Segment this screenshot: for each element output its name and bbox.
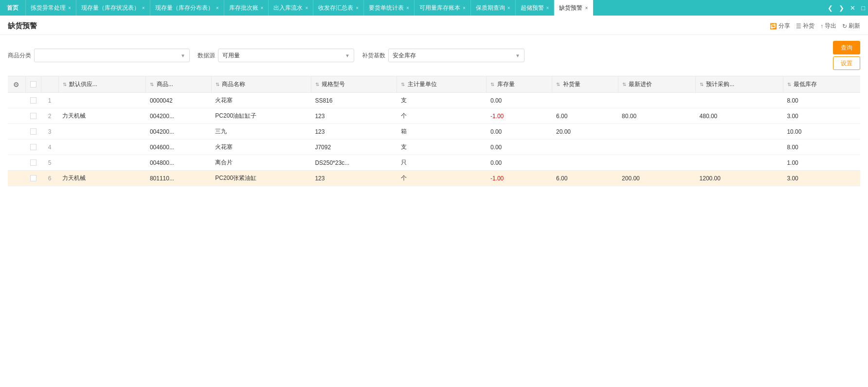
refresh-icon: ↻ bbox=[842, 23, 847, 30]
replenish-qty-sort-icon: ⇅ bbox=[556, 82, 560, 87]
replenish-basis-label: 补货基数 bbox=[362, 52, 385, 60]
category-arrow-icon: ▼ bbox=[181, 53, 185, 58]
col-replenish-qty-header[interactable]: ⇅ 补货量 bbox=[552, 76, 618, 93]
tab-inventory-dist[interactable]: 现存量（库存分布表） × bbox=[150, 0, 224, 16]
row-checkbox-4[interactable] bbox=[30, 159, 36, 166]
row-supplier-0 bbox=[58, 93, 146, 108]
query-button[interactable]: 查询 bbox=[833, 41, 860, 54]
tab-batch-account[interactable]: 库存批次账 × bbox=[224, 0, 269, 16]
tab-exception[interactable]: 拣货异常处理 × bbox=[26, 0, 76, 16]
filter-actions: 查询 设置 bbox=[833, 41, 860, 70]
row-product-name-3: 火花塞 bbox=[211, 140, 311, 155]
close-exception-tab[interactable]: × bbox=[68, 5, 71, 11]
col-product-code-header[interactable]: ⇅ 商品... bbox=[146, 76, 211, 93]
tab-inventory-status[interactable]: 现存量（库存状况表） × bbox=[76, 0, 150, 16]
tab-next-button[interactable]: ❯ bbox=[836, 0, 847, 16]
table-row: 1 0000042 火花塞 SS816 支 0.00 8.00 bbox=[8, 93, 860, 108]
tab-available-ledger[interactable]: 可用量库存账本 × bbox=[415, 0, 471, 16]
row-spec-4: DS250*23c... bbox=[311, 155, 397, 171]
settings-gear-icon[interactable]: ⚙ bbox=[13, 81, 19, 88]
category-select[interactable]: ▼ bbox=[34, 49, 190, 62]
close-inventory-status-tab[interactable]: × bbox=[142, 5, 145, 11]
replenish-basis-select[interactable]: 安全库存 ▼ bbox=[388, 49, 524, 62]
row-latest-price-4 bbox=[618, 155, 696, 171]
row-unit-4: 只 bbox=[397, 155, 487, 171]
row-checkbox-3[interactable] bbox=[30, 144, 36, 150]
row-estimated-purchase-2 bbox=[696, 124, 783, 140]
close-overstock-tab[interactable]: × bbox=[546, 5, 549, 11]
export-icon: ↑ bbox=[820, 23, 823, 30]
col-product-name-header[interactable]: ⇅ 商品名称 bbox=[211, 76, 311, 93]
tab-order-stats[interactable]: 要货单统计表 × bbox=[364, 0, 415, 16]
tab-overstock[interactable]: 超储预警 × bbox=[516, 0, 555, 16]
export-button[interactable]: ↑ 导出 bbox=[820, 22, 836, 30]
tab-home[interactable]: 首页 bbox=[0, 0, 26, 16]
row-checkbox-cell-3 bbox=[25, 140, 41, 155]
tab-close-all-button[interactable]: ✕ bbox=[847, 0, 858, 16]
supplier-sort-icon: ⇅ bbox=[63, 82, 67, 87]
table-header-row: ⚙ ⇅ 默认供应... ⇅ 商品... ⇅ bbox=[8, 76, 860, 93]
close-shortage-tab[interactable]: × bbox=[585, 5, 588, 11]
row-min-stock-1: 3.00 bbox=[783, 108, 860, 124]
datasource-label: 数据源 bbox=[198, 52, 215, 60]
col-unit-header[interactable]: ⇅ 主计量单位 bbox=[397, 76, 487, 93]
col-spec-header[interactable]: ⇅ 规格型号 bbox=[311, 76, 397, 93]
col-latest-price-header[interactable]: ⇅ 最新进价 bbox=[618, 76, 696, 93]
row-checkbox-1[interactable] bbox=[30, 113, 36, 119]
col-min-stock-header[interactable]: ⇅ 最低库存 bbox=[783, 76, 860, 93]
select-all-checkbox[interactable] bbox=[30, 81, 36, 88]
row-checkbox-0[interactable] bbox=[30, 97, 36, 104]
row-product-name-5: PC200张紧油缸 bbox=[211, 171, 311, 186]
row-supplier-4 bbox=[58, 155, 146, 171]
row-product-name-1: PC200油缸缸子 bbox=[211, 108, 311, 124]
row-checkbox-cell-2 bbox=[25, 124, 41, 140]
close-available-ledger-tab[interactable]: × bbox=[463, 5, 466, 11]
close-inout-flow-tab[interactable]: × bbox=[305, 5, 308, 11]
tab-expand-button[interactable]: □ bbox=[858, 0, 868, 16]
datasource-filter-group: 数据源 可用量 ▼ bbox=[198, 49, 354, 62]
row-min-stock-5: 3.00 bbox=[783, 171, 860, 186]
row-spec-2: 123 bbox=[311, 124, 397, 140]
refresh-button[interactable]: ↻ 刷新 bbox=[842, 22, 860, 30]
col-settings: ⚙ bbox=[8, 76, 25, 93]
tab-shortage[interactable]: 缺货预警 × bbox=[554, 0, 593, 16]
col-supplier-header[interactable]: ⇅ 默认供应... bbox=[58, 76, 146, 93]
row-product-name-4: 离合片 bbox=[211, 155, 311, 171]
tab-inout-flow[interactable]: 出入库流水 × bbox=[269, 0, 313, 16]
tab-expiry-query[interactable]: 保质期查询 × bbox=[471, 0, 516, 16]
row-index-5: 6 bbox=[41, 171, 58, 186]
close-expiry-query-tab[interactable]: × bbox=[507, 5, 510, 11]
replenish-button[interactable]: ☰ 补货 bbox=[796, 22, 814, 30]
row-stock-2: 0.00 bbox=[487, 124, 552, 140]
close-batch-account-tab[interactable]: × bbox=[261, 5, 264, 11]
replenish-basis-value: 安全库存 bbox=[393, 52, 416, 60]
datasource-value: 可用量 bbox=[222, 52, 240, 60]
col-checkbox bbox=[25, 76, 41, 93]
tab-prev-button[interactable]: ❮ bbox=[825, 0, 836, 16]
col-stock-header[interactable]: ⇅ 库存量 bbox=[487, 76, 552, 93]
close-inventory-dist-tab[interactable]: × bbox=[216, 5, 219, 11]
row-checkbox-cell-1 bbox=[25, 108, 41, 124]
row-spec-5: 123 bbox=[311, 171, 397, 186]
close-collect-summary-tab[interactable]: × bbox=[356, 5, 359, 11]
row-replenish-qty-2: 20.00 bbox=[552, 124, 618, 140]
row-min-stock-3: 8.00 bbox=[783, 140, 860, 155]
row-index-4: 5 bbox=[41, 155, 58, 171]
stock-sort-icon: ⇅ bbox=[490, 82, 494, 87]
datasource-select[interactable]: 可用量 ▼ bbox=[218, 49, 354, 62]
row-checkbox-2[interactable] bbox=[30, 128, 36, 135]
row-latest-price-1: 80.00 bbox=[618, 108, 696, 124]
share-button[interactable]: 🔁 分享 bbox=[770, 22, 790, 30]
row-min-stock-2: 10.00 bbox=[783, 124, 860, 140]
col-estimated-purchase-header[interactable]: ⇅ 预计采购... bbox=[696, 76, 783, 93]
tab-collect-summary[interactable]: 收发存汇总表 × bbox=[313, 0, 364, 16]
row-unit-3: 支 bbox=[397, 140, 487, 155]
page-title: 缺货预警 bbox=[8, 21, 770, 31]
row-replenish-qty-4 bbox=[552, 155, 618, 171]
main-content: 缺货预警 🔁 分享 ☰ 补货 ↑ 导出 ↻ 刷新 商品分类 bbox=[0, 16, 868, 387]
row-stock-3: 0.00 bbox=[487, 140, 552, 155]
close-order-stats-tab[interactable]: × bbox=[406, 5, 409, 11]
settings-button[interactable]: 设置 bbox=[833, 56, 860, 70]
row-supplier-1: 力天机械 bbox=[58, 108, 146, 124]
row-checkbox-5[interactable] bbox=[30, 175, 36, 181]
